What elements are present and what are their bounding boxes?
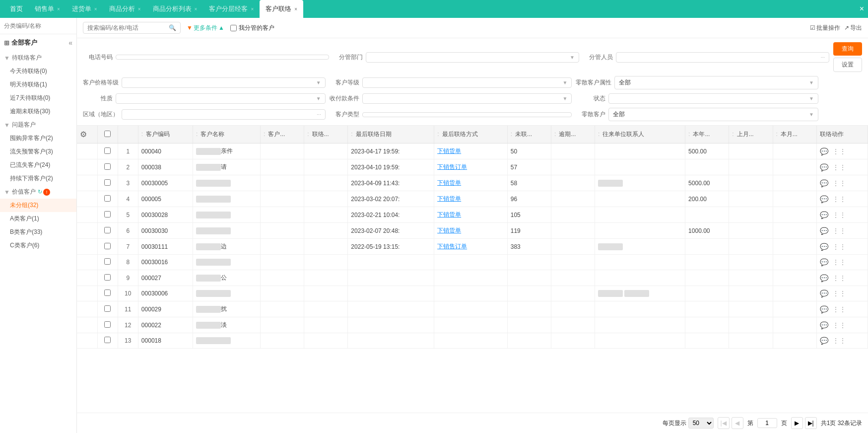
- chat-icon[interactable]: 💬: [820, 195, 828, 203]
- more-icon[interactable]: ⋮⋮: [832, 258, 846, 266]
- sidebar-item-today[interactable]: 今天待联络(0): [0, 65, 76, 78]
- chat-icon[interactable]: 💬: [820, 147, 828, 155]
- more-icon[interactable]: ⋮⋮: [832, 163, 846, 171]
- sidebar-collapse-btn[interactable]: «: [68, 39, 72, 47]
- more-icon[interactable]: ⋮⋮: [832, 337, 846, 345]
- chat-icon[interactable]: 💬: [820, 179, 828, 187]
- all-customers-header[interactable]: ⊞ 全部客户 «: [0, 34, 76, 51]
- page-size-select[interactable]: 50 100 200: [688, 418, 714, 429]
- my-customers-checkbox[interactable]: 我分管的客户: [230, 24, 274, 32]
- reset-button[interactable]: 设置: [833, 58, 862, 72]
- sidebar-item-overdue[interactable]: 逾期未联络(30): [0, 105, 76, 118]
- search-input[interactable]: [87, 24, 167, 31]
- row-checkbox[interactable]: [104, 321, 111, 328]
- sidebar-search-input[interactable]: [4, 22, 77, 29]
- chat-icon[interactable]: 💬: [820, 305, 828, 313]
- settings-icon[interactable]: ⚙: [80, 130, 87, 139]
- row-checkbox[interactable]: [104, 179, 111, 186]
- export-btn[interactable]: ↗ 导出: [844, 24, 862, 32]
- retail-customer-input[interactable]: 全部 ▼: [608, 108, 818, 121]
- tab-purchase-close[interactable]: ×: [94, 6, 97, 12]
- contact-way-link[interactable]: 下销货单: [437, 195, 461, 202]
- sidebar-item-7days[interactable]: 近7天待联络(0): [0, 91, 76, 105]
- my-customers-check[interactable]: [230, 25, 237, 31]
- chat-icon[interactable]: 💬: [820, 243, 828, 251]
- chat-icon[interactable]: 💬: [820, 163, 828, 171]
- row-checkbox[interactable]: [104, 195, 111, 202]
- more-icon[interactable]: ⋮⋮: [832, 195, 846, 203]
- batch-op-btn[interactable]: ☑ 批量操作: [810, 24, 840, 32]
- more-icon[interactable]: ⋮⋮: [832, 243, 846, 251]
- chat-icon[interactable]: 💬: [820, 211, 828, 219]
- search-icon[interactable]: 🔍: [169, 24, 176, 31]
- contact-way-link[interactable]: 下销售订单: [437, 163, 467, 170]
- chat-icon[interactable]: 💬: [820, 337, 828, 345]
- dept-input[interactable]: ▼: [366, 52, 579, 63]
- status-input[interactable]: ▼: [608, 93, 818, 104]
- prev-page-btn[interactable]: ◀: [732, 417, 743, 429]
- value-refresh-icon[interactable]: ↻: [38, 189, 42, 195]
- chat-icon[interactable]: 💬: [820, 227, 828, 235]
- row-checkbox[interactable]: [104, 243, 111, 249]
- row-checkbox[interactable]: [104, 305, 111, 312]
- sidebar-item-b-class[interactable]: B类客户(33): [0, 225, 76, 239]
- chat-icon[interactable]: 💬: [820, 321, 828, 329]
- last-page-btn[interactable]: ▶|: [805, 417, 817, 429]
- payment-input[interactable]: ▼: [362, 93, 572, 104]
- nature-input[interactable]: ▼: [116, 93, 326, 104]
- tab-customer-contact-close[interactable]: ×: [294, 6, 297, 12]
- more-icon[interactable]: ⋮⋮: [832, 179, 846, 187]
- tab-analysis-list-close[interactable]: ×: [195, 6, 198, 12]
- page-input[interactable]: 1: [757, 418, 777, 428]
- tab-customer-contact[interactable]: 客户联络 ×: [260, 0, 303, 18]
- value-customers-section[interactable]: ▼ 价值客户 ↻ !: [0, 185, 76, 199]
- row-checkbox[interactable]: [104, 289, 111, 296]
- contact-way-link[interactable]: 下销货单: [437, 147, 461, 154]
- chat-icon[interactable]: 💬: [820, 258, 828, 266]
- contact-way-link[interactable]: 下销货单: [437, 227, 461, 234]
- more-conditions-btn[interactable]: ▼ 更多条件 ▲: [187, 24, 224, 32]
- code-col[interactable]: : 客户编码: [138, 126, 193, 144]
- query-button[interactable]: 查询: [833, 42, 862, 56]
- pending-contact-section[interactable]: ▼ 待联络客户: [0, 51, 76, 65]
- row-checkbox[interactable]: [104, 147, 111, 154]
- row-checkbox[interactable]: [104, 211, 111, 217]
- more-icon[interactable]: ⋮⋮: [832, 289, 846, 297]
- more-icon[interactable]: ⋮⋮: [832, 147, 846, 155]
- row-checkbox[interactable]: [104, 274, 111, 281]
- chat-icon[interactable]: 💬: [820, 289, 828, 297]
- chat-icon[interactable]: 💬: [820, 274, 828, 282]
- retail-attr-input[interactable]: 全部 ▼: [614, 76, 818, 89]
- more-icon[interactable]: ⋮⋮: [832, 321, 846, 329]
- sidebar-item-ungroup[interactable]: 未分组(32): [0, 199, 76, 212]
- sidebar-item-abnormal[interactable]: 囤购异常客户(2): [0, 132, 76, 145]
- tab-customer-segment[interactable]: 客户分层经客 ×: [203, 0, 260, 18]
- contact-way-link[interactable]: 下销售订单: [437, 243, 467, 250]
- close-all-button[interactable]: ×: [860, 4, 864, 13]
- first-page-btn[interactable]: |◀: [718, 417, 730, 429]
- row-checkbox[interactable]: [104, 258, 111, 265]
- sidebar-item-tomorrow[interactable]: 明天待联络(1): [0, 78, 76, 91]
- sidebar-item-a-class[interactable]: A类客户(1): [0, 212, 76, 225]
- tab-sales[interactable]: 销售单 ×: [29, 0, 66, 18]
- tab-customer-segment-close[interactable]: ×: [251, 6, 254, 12]
- row-checkbox[interactable]: [104, 337, 111, 343]
- row-checkbox[interactable]: [104, 163, 111, 170]
- tab-analysis[interactable]: 商品分析 ×: [103, 0, 147, 18]
- contact-way-link[interactable]: 下销货单: [437, 211, 461, 218]
- sidebar-item-declining[interactable]: 持续下滑客户(2): [0, 172, 76, 185]
- manager-input[interactable]: ···: [616, 52, 829, 63]
- select-all-checkbox[interactable]: [104, 131, 111, 137]
- phone-input[interactable]: [116, 55, 329, 60]
- sidebar-item-lost[interactable]: 已流失客户(24): [0, 158, 76, 172]
- problem-customers-section[interactable]: ▼ 问题客户: [0, 118, 76, 132]
- customer-level-input[interactable]: ▼: [362, 77, 572, 88]
- next-page-btn[interactable]: ▶: [791, 417, 803, 429]
- tab-home[interactable]: 首页: [4, 0, 29, 18]
- more-icon[interactable]: ⋮⋮: [832, 227, 846, 235]
- row-checkbox[interactable]: [104, 227, 111, 233]
- tab-analysis-list[interactable]: 商品分析列表 ×: [147, 0, 203, 18]
- name-col[interactable]: : 客户名称: [193, 126, 260, 144]
- contact-way-link[interactable]: 下销货单: [437, 179, 461, 186]
- more-icon[interactable]: ⋮⋮: [832, 274, 846, 282]
